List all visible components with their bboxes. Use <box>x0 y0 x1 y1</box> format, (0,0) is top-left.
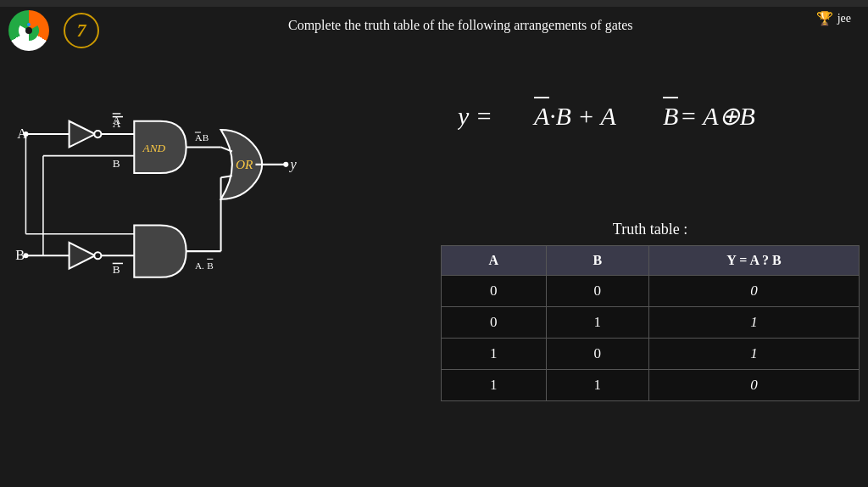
col-header-y: Y = A ? B <box>648 246 859 276</box>
svg-text:.B: .B <box>200 132 209 143</box>
col-header-b: B <box>546 246 648 276</box>
cell-y: 1 <box>648 339 859 370</box>
col-header-a: A <box>442 246 547 276</box>
cell-a: 1 <box>442 339 547 370</box>
svg-text:OR: OR <box>236 157 253 171</box>
svg-text:B: B <box>663 102 678 130</box>
svg-point-10 <box>94 131 101 137</box>
cell-b: 1 <box>546 307 648 339</box>
truth-table-title: Truth table : <box>441 221 860 238</box>
svg-text:= A⊕B: = A⊕B <box>680 102 755 130</box>
svg-text:AND: AND <box>142 142 166 154</box>
cell-a: 0 <box>442 307 547 339</box>
svg-text:B: B <box>113 263 120 276</box>
svg-text:y =: y = <box>458 102 492 130</box>
cell-b: 0 <box>546 339 648 370</box>
table-row: 1 1 0 <box>442 370 860 401</box>
table-row: 0 1 1 <box>442 307 860 339</box>
svg-text:·B + A: ·B + A <box>549 102 617 130</box>
top-bar <box>0 0 868 7</box>
truth-table: A B Y = A ? B 0 0 0 0 1 1 1 0 1 1 <box>441 245 860 401</box>
svg-point-1 <box>25 27 32 34</box>
svg-text:B: B <box>207 260 214 271</box>
svg-text:B: B <box>113 157 120 170</box>
jee-badge: 🏆 jee <box>816 10 851 26</box>
svg-text:A.: A. <box>195 260 204 271</box>
svg-point-40 <box>283 162 288 167</box>
cell-b: 0 <box>546 276 648 307</box>
table-row: 0 0 0 <box>442 276 860 307</box>
cell-y: 0 <box>648 276 859 307</box>
svg-marker-9 <box>70 121 96 148</box>
jee-label: jee <box>837 12 851 25</box>
svg-point-8 <box>23 253 28 258</box>
question-number: 7 <box>64 13 99 48</box>
svg-point-2 <box>27 23 31 26</box>
cell-y: 0 <box>648 370 859 401</box>
svg-point-12 <box>94 252 101 259</box>
table-row: 1 0 1 <box>442 339 860 370</box>
question-text: Complete the truth table of the followin… <box>288 15 783 36</box>
svg-marker-11 <box>70 243 96 269</box>
svg-text:y: y <box>288 156 297 172</box>
formula-area: y = A ·B + A B = A⊕B <box>458 89 851 142</box>
circuit-diagram: A B A A B A B AND A .B A. B <box>8 59 390 356</box>
cell-a: 0 <box>442 276 547 307</box>
cell-a: 1 <box>442 370 547 401</box>
trophy-icon: 🏆 <box>816 10 833 26</box>
logo-area <box>8 10 51 53</box>
svg-text:A: A <box>113 117 121 130</box>
cell-y: 1 <box>648 307 859 339</box>
truth-table-section: Truth table : A B Y = A ? B 0 0 0 0 1 1 … <box>441 221 860 401</box>
cell-b: 1 <box>546 370 648 401</box>
svg-text:A: A <box>532 102 550 130</box>
logo-circle <box>8 10 49 51</box>
